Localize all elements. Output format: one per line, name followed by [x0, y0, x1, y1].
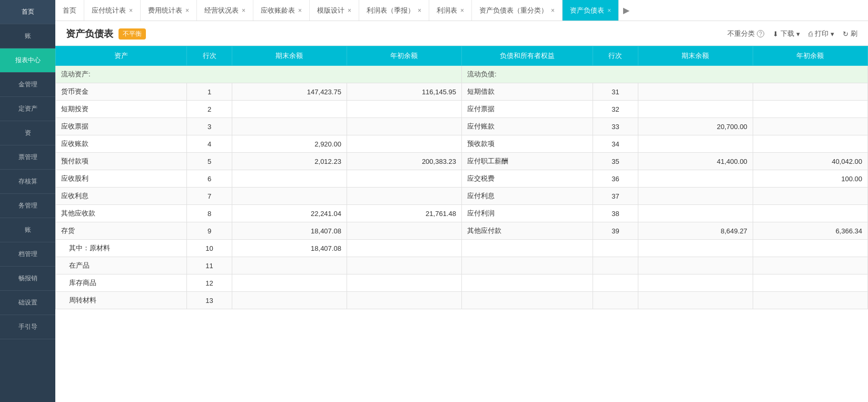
sidebar-item-report-center[interactable]: 报表中心 [0, 48, 55, 73]
tab-template-design[interactable]: 模版设计 × [310, 0, 359, 21]
liability-name [461, 257, 593, 274]
asset-year-start [347, 188, 461, 205]
liability-year-start [753, 83, 867, 101]
liability-name: 其他应付款 [461, 222, 593, 240]
asset-year-start [347, 292, 461, 309]
table-row: 其中：原材料 10 18,407.08 [56, 240, 868, 257]
sidebar-item-fixed-assets[interactable]: 定资产 [0, 97, 55, 121]
sidebar-item-home[interactable]: 首页 [0, 0, 55, 24]
tab-home[interactable]: 首页 [55, 0, 84, 21]
refresh-button[interactable]: ↻ 刷 [843, 29, 857, 38]
sidebar-item-marketing[interactable]: 畅报销 [0, 267, 55, 291]
table-row: 预付款项 5 2,012.23 200,383.23 应付职工薪酬 35 41,… [56, 153, 868, 170]
close-tab-profit-quarterly[interactable]: × [418, 7, 421, 14]
asset-period-end: 147,423.75 [232, 83, 347, 101]
section-left-label: 流动资产: [56, 66, 462, 83]
header-assets: 资产 [56, 46, 187, 66]
tab-expense-stat[interactable]: 费用统计表 × [141, 0, 197, 21]
header-period-end: 期末余额 [232, 46, 347, 66]
liability-name: 短期借款 [461, 83, 593, 101]
asset-row-num: 8 [187, 205, 232, 222]
close-tab-payable-stat[interactable]: × [129, 7, 133, 14]
liability-year-start [753, 118, 867, 135]
sidebar-item-business-mgmt[interactable]: 务管理 [0, 194, 55, 218]
liability-name [461, 292, 593, 309]
liability-year-start: 40,042.00 [753, 153, 867, 170]
liability-row-num: 34 [593, 135, 638, 153]
liability-name: 应付账款 [461, 118, 593, 135]
asset-name: 应收利息 [56, 188, 187, 205]
liability-name: 应付利息 [461, 188, 593, 205]
sidebar-item-account[interactable]: 账 [0, 24, 55, 48]
close-tab-template-design[interactable]: × [348, 7, 351, 14]
tab-scroll-arrow[interactable]: ▶ [619, 5, 634, 15]
close-tab-business-stat[interactable]: × [242, 7, 245, 14]
close-tab-ar-aging[interactable]: × [298, 7, 302, 14]
sidebar-item-wizard[interactable]: 手引导 [0, 315, 55, 339]
print-button[interactable]: ⎙ 打印 ▾ [808, 29, 834, 38]
section-right-label: 流动负债: [461, 66, 867, 83]
download-button[interactable]: ⬇ 下载 ▾ [773, 29, 800, 38]
content-area: 资产负债表 不平衡 不重分类 ? ⬇ 下载 ▾ ⎙ 打印 ▾ [55, 21, 868, 402]
asset-name: 货币资金 [56, 83, 187, 101]
liability-year-start [753, 257, 867, 274]
tab-payable-stat[interactable]: 应付统计表 × [84, 0, 141, 21]
asset-period-end [232, 292, 347, 309]
sidebar: 首页 账 报表中心 金管理 定资产 资 票管理 存核算 务管理 账 档管理 畅报… [0, 0, 55, 402]
liability-period-end [638, 188, 753, 205]
liability-row-num [593, 292, 638, 309]
page-actions: 不重分类 ? ⬇ 下载 ▾ ⎙ 打印 ▾ ↻ 刷 [727, 29, 857, 38]
asset-period-end: 2,012.23 [232, 153, 347, 170]
liability-row-num: 35 [593, 153, 638, 170]
asset-name: 应收票据 [56, 118, 187, 135]
refresh-icon: ↻ [843, 30, 849, 38]
print-label: 打印 [815, 29, 828, 38]
asset-name: 存货 [56, 222, 187, 240]
asset-name: 周转材料 [56, 292, 187, 309]
asset-row-num: 9 [187, 222, 232, 240]
tab-balance-reclassified[interactable]: 资产负债表（重分类） × [472, 0, 563, 21]
liability-name [461, 274, 593, 292]
sidebar-item-fund-mgmt[interactable]: 金管理 [0, 73, 55, 97]
liability-year-start [753, 205, 867, 222]
tab-ar-aging[interactable]: 应收账龄表 × [253, 0, 310, 21]
close-tab-balance-reclassified[interactable]: × [551, 7, 555, 14]
asset-row-num: 1 [187, 83, 232, 101]
asset-period-end [232, 188, 347, 205]
sidebar-item-inventory-calc[interactable]: 存核算 [0, 170, 55, 194]
sidebar-item-bill-mgmt[interactable]: 票管理 [0, 145, 55, 170]
asset-name: 库存商品 [56, 274, 187, 292]
table-row: 存货 9 18,407.08 其他应付款 39 8,649.27 6,366.3… [56, 222, 868, 240]
asset-name: 在产品 [56, 257, 187, 274]
asset-year-start [347, 257, 461, 274]
close-tab-profit[interactable]: × [460, 7, 464, 14]
tab-profit-quarterly[interactable]: 利润表（季报） × [359, 0, 429, 21]
asset-name: 其他应收款 [56, 205, 187, 222]
sidebar-item-invest[interactable]: 资 [0, 121, 55, 145]
download-label: 下载 [781, 29, 794, 38]
liability-row-num [593, 274, 638, 292]
asset-period-end: 18,407.08 [232, 240, 347, 257]
table-section-header: 流动资产: 流动负债: [56, 66, 868, 83]
sidebar-item-base-settings[interactable]: 础设置 [0, 291, 55, 315]
liability-year-start [753, 240, 867, 257]
liability-year-start: 6,366.34 [753, 222, 867, 240]
table-row: 其他应收款 8 22,241.04 21,761.48 应付利润 38 [56, 205, 868, 222]
asset-period-end [232, 101, 347, 118]
sidebar-item-sub-ledger[interactable]: 账 [0, 218, 55, 242]
liability-period-end [638, 170, 753, 188]
close-tab-balance[interactable]: × [607, 7, 611, 14]
tab-business-stat[interactable]: 经营状况表 × [197, 0, 253, 21]
tab-balance[interactable]: 资产负债表 × [563, 0, 619, 21]
tab-bar: 首页 应付统计表 × 费用统计表 × 经营状况表 × 应收账龄表 × 模版设计 … [55, 0, 868, 21]
no-classify-toggle[interactable]: 不重分类 ? [727, 29, 764, 38]
asset-year-start [347, 222, 461, 240]
sidebar-item-doc-mgmt[interactable]: 档管理 [0, 242, 55, 267]
close-tab-expense-stat[interactable]: × [185, 7, 189, 14]
table-row: 应收账款 4 2,920.00 预收款项 34 [56, 135, 868, 153]
liability-row-num: 39 [593, 222, 638, 240]
info-icon[interactable]: ? [757, 30, 764, 37]
tab-profit[interactable]: 利润表 × [429, 0, 472, 21]
liability-period-end: 20,700.00 [638, 118, 753, 135]
liability-row-num [593, 240, 638, 257]
